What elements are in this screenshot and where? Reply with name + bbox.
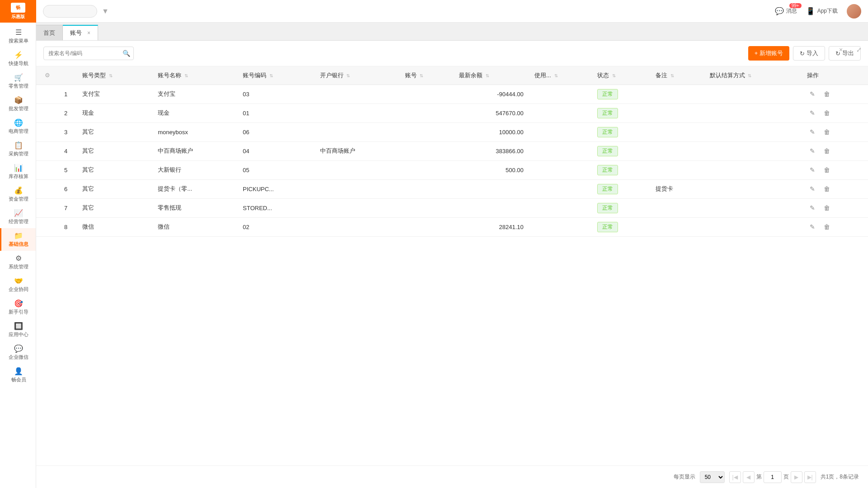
edit-btn-6[interactable]: ✎ [807, 202, 818, 213]
col-header-name[interactable]: 账号名称 ⇅ [152, 66, 237, 84]
per-page-label: 每页显示 [674, 473, 695, 481]
row-usage-5 [529, 179, 592, 198]
sidebar-item-retail-mgmt[interactable]: 🛒零售管理 [0, 70, 36, 93]
app-download-btn[interactable]: 📱 App下载 [806, 7, 838, 15]
row-num-6: 7 [59, 198, 77, 217]
sidebar-item-sys-mgmt[interactable]: ⚙系统管理 [0, 251, 36, 273]
enterprise-agreement-icon: 🤝 [14, 277, 23, 285]
row-gear-2 [36, 122, 59, 141]
sidebar-item-ops-mgmt[interactable]: 📈经营管理 [0, 206, 36, 228]
edit-btn-7[interactable]: ✎ [807, 221, 818, 232]
user-avatar[interactable] [847, 4, 861, 19]
sort-arrow-bank: ⇅ [345, 73, 350, 78]
search-icon[interactable]: 🔍 [123, 50, 130, 57]
row-code-1: 01 [237, 103, 315, 122]
first-page-btn[interactable]: |◀ [729, 471, 741, 483]
row-usage-2 [529, 122, 592, 141]
last-page-btn[interactable]: ▶| [804, 471, 816, 483]
edit-btn-5[interactable]: ✎ [807, 183, 818, 194]
col-header-remark[interactable]: 备注 ⇅ [650, 66, 704, 84]
message-btn[interactable]: 💬 消息 99+ [775, 7, 797, 15]
prev-page-btn[interactable]: ◀ [743, 471, 755, 483]
add-account-btn[interactable]: + 新增账号 [748, 46, 789, 61]
page-input[interactable] [764, 471, 782, 483]
delete-btn-1[interactable]: 🗑 [821, 108, 832, 118]
row-default-settlement-1 [704, 103, 802, 122]
column-settings-icon[interactable]: ⚙ [45, 72, 50, 79]
delete-btn-4[interactable]: 🗑 [821, 164, 832, 175]
col-header-type[interactable]: 账号类型 ⇅ [77, 66, 152, 84]
dropdown-icon[interactable]: ▼ [102, 7, 109, 15]
col-header-usage[interactable]: 使用... ⇅ [529, 66, 592, 84]
delete-btn-5[interactable]: 🗑 [821, 183, 832, 194]
maximize-window-btn[interactable]: ⤢ [850, 41, 868, 59]
col-header-account[interactable]: 账号 ⇅ [400, 66, 453, 84]
member-icon: 👤 [14, 367, 23, 375]
col-header-bank[interactable]: 开户银行 ⇅ [315, 66, 400, 84]
app-center-icon: 🔲 [14, 322, 23, 330]
per-page-select[interactable]: 102050100 [700, 471, 725, 483]
sidebar-item-search-menu[interactable]: ☰搜索菜单 [0, 25, 36, 47]
sidebar-item-basic-info[interactable]: 📁基础信息 [0, 228, 36, 251]
edit-btn-0[interactable]: ✎ [807, 89, 818, 99]
sidebar-item-inventory-calc[interactable]: 📊库存核算 [0, 160, 36, 183]
col-header-code[interactable]: 账号编码 ⇅ [237, 66, 315, 84]
row-status-7: 正常 [592, 217, 650, 236]
row-type-4: 其它 [77, 160, 152, 179]
sort-arrow-name: ⇅ [183, 73, 188, 78]
phone-icon: 📱 [806, 7, 815, 15]
col-header-balance[interactable]: 最新余额 ⇅ [453, 66, 529, 84]
toolbar-left: 🔍 [43, 47, 134, 60]
sidebar-item-new-guide[interactable]: 🎯新手引导 [0, 296, 36, 319]
row-status-3: 正常 [592, 141, 650, 160]
tab-home[interactable]: 首页 [36, 25, 63, 40]
sidebar-item-enterprise-wechat[interactable]: 💬企业微信 [0, 341, 36, 364]
account-search-input[interactable] [43, 47, 134, 60]
sort-arrow-code: ⇅ [268, 73, 273, 78]
row-status-0: 正常 [592, 84, 650, 103]
col-header-default_settlement[interactable]: 默认结算方式 ⇅ [704, 66, 802, 84]
next-page-btn[interactable]: ▶ [791, 471, 802, 483]
delete-btn-7[interactable]: 🗑 [821, 221, 832, 232]
row-status-6: 正常 [592, 198, 650, 217]
purchase-mgmt-icon: 📋 [14, 141, 23, 150]
page-label: 第 [756, 473, 762, 481]
row-default-settlement-6 [704, 198, 802, 217]
row-account-7 [400, 217, 453, 236]
sidebar-item-member[interactable]: 👤畅会员 [0, 364, 36, 386]
delete-btn-3[interactable]: 🗑 [821, 145, 832, 156]
row-num-1: 2 [59, 103, 77, 122]
tab-close-accounts[interactable]: × [87, 30, 90, 36]
sidebar-item-enterprise-agreement[interactable]: 🤝企业协同 [0, 273, 36, 296]
capital-mgmt-icon: 💰 [14, 186, 23, 195]
sidebar-item-quick-nav[interactable]: ⚡快捷导航 [0, 47, 36, 70]
sidebar-item-purchase-mgmt[interactable]: 📋采购管理 [0, 138, 36, 160]
row-name-4: 大新银行 [152, 160, 237, 179]
delete-btn-0[interactable]: 🗑 [821, 89, 832, 99]
col-header-status[interactable]: 状态 ⇅ [592, 66, 650, 84]
table-row: 5其它大新银行05500.00正常 ✎ 🗑 [36, 160, 868, 179]
tab-accounts[interactable]: 账号× [63, 25, 98, 40]
top-search-input[interactable] [43, 5, 97, 18]
row-code-3: 04 [237, 141, 315, 160]
edit-btn-1[interactable]: ✎ [807, 108, 818, 118]
sidebar-item-ecom-mgmt[interactable]: 🌐电商管理 [0, 115, 36, 138]
edit-btn-4[interactable]: ✎ [807, 164, 818, 175]
import-btn[interactable]: ↻ 导入 [793, 46, 825, 61]
row-actions-7: ✎ 🗑 [802, 217, 868, 236]
edit-btn-2[interactable]: ✎ [807, 127, 818, 137]
delete-btn-2[interactable]: 🗑 [821, 127, 832, 137]
delete-btn-6[interactable]: 🗑 [821, 202, 832, 213]
app-logo[interactable]: 畅 乐惠版 [0, 0, 36, 23]
edit-btn-3[interactable]: ✎ [807, 145, 818, 156]
total-label: 共1页，8条记录 [821, 473, 859, 481]
sidebar-item-app-center[interactable]: 🔲应用中心 [0, 319, 36, 341]
row-usage-6 [529, 198, 592, 217]
row-bank-0 [315, 84, 400, 103]
close-window-btn[interactable]: × [832, 41, 850, 59]
sidebar-item-capital-mgmt[interactable]: 💰资金管理 [0, 183, 36, 206]
table-row: 6其它提货卡（零...PICKUPC...正常提货卡 ✎ 🗑 [36, 179, 868, 198]
row-name-1: 现金 [152, 103, 237, 122]
sidebar-item-wholesale-mgmt[interactable]: 📦批发管理 [0, 93, 36, 115]
page-content: × ⤢ 🔍 + 新增账号 ↻ 导入 ↻ 导出 [36, 41, 868, 488]
